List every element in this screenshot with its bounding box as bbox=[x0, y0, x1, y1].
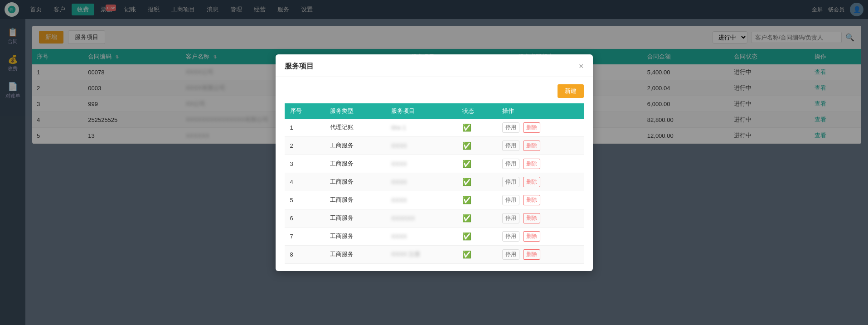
modal-cell-no: 1 bbox=[285, 119, 325, 137]
status-check-icon: ✅ bbox=[462, 251, 471, 258]
modal-cell-status: ✅ bbox=[457, 191, 497, 209]
stop-button[interactable]: 停用 bbox=[502, 141, 519, 151]
modal-cell-type: 工商服务 bbox=[325, 227, 386, 245]
modal-table-row: 4 工商服务 XXXX ✅ 停用 删除 bbox=[285, 173, 584, 191]
modal-table-row: 3 工商服务 XXXX ✅ 停用 删除 bbox=[285, 155, 584, 173]
modal-cell-no: 3 bbox=[285, 155, 325, 173]
delete-button[interactable]: 删除 bbox=[523, 122, 540, 133]
status-check-icon: ✅ bbox=[462, 124, 471, 131]
modal-cell-action: 停用 删除 bbox=[497, 245, 583, 263]
modal-cell-type: 工商服务 bbox=[325, 155, 386, 173]
modal-col-status: 状态 bbox=[457, 103, 497, 119]
stop-button[interactable]: 停用 bbox=[502, 177, 519, 187]
modal-cell-item: XXXX bbox=[386, 191, 457, 209]
stop-button[interactable]: 停用 bbox=[502, 249, 519, 260]
modal-table-row: 1 代理记账 Ithe 1 ✅ 停用 删除 bbox=[285, 119, 584, 137]
modal-cell-type: 工商服务 bbox=[325, 173, 386, 191]
modal-cell-type: 工商服务 bbox=[325, 136, 386, 155]
modal-cell-item: XXXX 注册 bbox=[386, 245, 457, 263]
modal-cell-status: ✅ bbox=[457, 155, 497, 173]
stop-button[interactable]: 停用 bbox=[502, 231, 519, 242]
stop-button[interactable]: 停用 bbox=[502, 122, 519, 133]
modal-cell-no: 6 bbox=[285, 209, 325, 227]
modal-cell-no: 2 bbox=[285, 136, 325, 155]
status-check-icon: ✅ bbox=[462, 214, 471, 222]
modal-cell-type: 代理记账 bbox=[325, 119, 386, 137]
modal-table-row: 7 工商服务 XXXX ✅ 停用 删除 bbox=[285, 227, 584, 245]
modal-overlay[interactable]: 服务项目 × 新建 序号 服务类型 服务项目 状态 操作 1 bbox=[0, 0, 868, 325]
modal-cell-action: 停用 删除 bbox=[497, 173, 583, 191]
modal-cell-no: 8 bbox=[285, 245, 325, 263]
modal-cell-item: XXXX bbox=[386, 227, 457, 245]
modal-table-row: 6 工商服务 XXXXXX ✅ 停用 删除 bbox=[285, 209, 584, 227]
status-check-icon: ✅ bbox=[462, 196, 471, 204]
modal-cell-no: 5 bbox=[285, 191, 325, 209]
modal-cell-action: 停用 删除 bbox=[497, 209, 583, 227]
modal: 服务项目 × 新建 序号 服务类型 服务项目 状态 操作 1 bbox=[276, 54, 593, 271]
modal-toolbar: 新建 bbox=[285, 84, 584, 98]
delete-button[interactable]: 删除 bbox=[523, 213, 540, 223]
stop-button[interactable]: 停用 bbox=[502, 195, 519, 205]
modal-cell-item: XXXX bbox=[386, 136, 457, 155]
delete-button[interactable]: 删除 bbox=[523, 231, 540, 242]
modal-cell-type: 工商服务 bbox=[325, 191, 386, 209]
modal-cell-action: 停用 删除 bbox=[497, 191, 583, 209]
delete-button[interactable]: 删除 bbox=[523, 141, 540, 151]
modal-cell-action: 停用 删除 bbox=[497, 119, 583, 137]
modal-cell-status: ✅ bbox=[457, 227, 497, 245]
modal-title: 服务项目 bbox=[285, 62, 314, 71]
status-check-icon: ✅ bbox=[462, 233, 471, 240]
modal-cell-type: 工商服务 bbox=[325, 245, 386, 263]
modal-cell-item: Ithe 1 bbox=[386, 119, 457, 137]
modal-cell-status: ✅ bbox=[457, 173, 497, 191]
status-check-icon: ✅ bbox=[462, 160, 471, 168]
modal-close-button[interactable]: × bbox=[579, 62, 584, 71]
stop-button[interactable]: 停用 bbox=[502, 159, 519, 169]
modal-cell-item: XXXX bbox=[386, 155, 457, 173]
modal-cell-action: 停用 删除 bbox=[497, 227, 583, 245]
modal-cell-no: 4 bbox=[285, 173, 325, 191]
modal-table-row: 8 工商服务 XXXX 注册 ✅ 停用 删除 bbox=[285, 245, 584, 263]
modal-cell-status: ✅ bbox=[457, 119, 497, 137]
modal-cell-status: ✅ bbox=[457, 245, 497, 263]
modal-col-action: 操作 bbox=[497, 103, 583, 119]
stop-button[interactable]: 停用 bbox=[502, 213, 519, 223]
modal-cell-action: 停用 删除 bbox=[497, 155, 583, 173]
modal-col-no: 序号 bbox=[285, 103, 325, 119]
modal-cell-type: 工商服务 bbox=[325, 209, 386, 227]
status-check-icon: ✅ bbox=[462, 178, 471, 186]
modal-col-item: 服务项目 bbox=[386, 103, 457, 119]
modal-header: 服务项目 × bbox=[276, 54, 593, 77]
modal-cell-item: XXXXXX bbox=[386, 209, 457, 227]
modal-cell-no: 7 bbox=[285, 227, 325, 245]
new-service-button[interactable]: 新建 bbox=[558, 84, 584, 98]
status-check-icon: ✅ bbox=[462, 142, 471, 150]
modal-cell-status: ✅ bbox=[457, 136, 497, 155]
modal-table-row: 5 工商服务 XXXX ✅ 停用 删除 bbox=[285, 191, 584, 209]
modal-table-row: 2 工商服务 XXXX ✅ 停用 删除 bbox=[285, 136, 584, 155]
delete-button[interactable]: 删除 bbox=[523, 195, 540, 205]
modal-cell-status: ✅ bbox=[457, 209, 497, 227]
modal-cell-action: 停用 删除 bbox=[497, 136, 583, 155]
modal-table: 序号 服务类型 服务项目 状态 操作 1 代理记账 Ithe 1 ✅ 停用 删除… bbox=[285, 103, 584, 264]
modal-body: 新建 序号 服务类型 服务项目 状态 操作 1 代理记账 Ithe 1 ✅ bbox=[276, 77, 593, 271]
delete-button[interactable]: 删除 bbox=[523, 177, 540, 187]
delete-button[interactable]: 删除 bbox=[523, 249, 540, 260]
modal-cell-item: XXXX bbox=[386, 173, 457, 191]
delete-button[interactable]: 删除 bbox=[523, 159, 540, 169]
modal-col-type: 服务类型 bbox=[325, 103, 386, 119]
